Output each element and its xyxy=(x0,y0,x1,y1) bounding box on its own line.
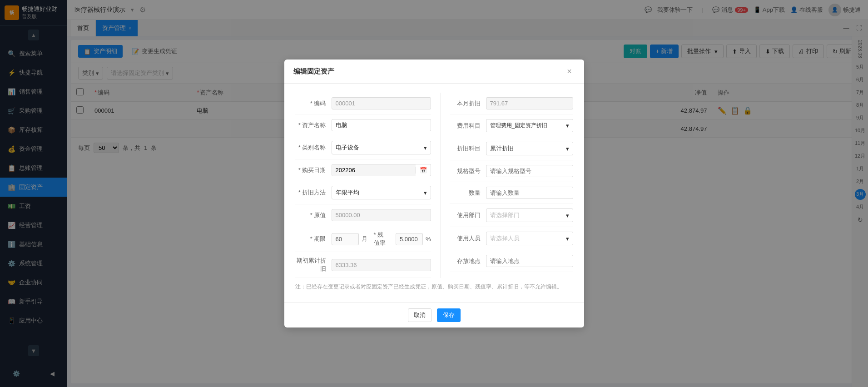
form-left-col: * 编码 * 资产名称 * 类别名称 电子设备 ▾ xyxy=(295,93,441,278)
code-input[interactable] xyxy=(332,97,431,109)
residual-rate-unit: % xyxy=(426,236,431,243)
storage-label: 存放地点 xyxy=(450,257,486,265)
department-select[interactable]: 请选择部门 ▾ xyxy=(486,208,573,222)
expense-account-select[interactable]: 管理费用_固定资产折旧 ▾ xyxy=(486,119,573,132)
purchase-date-input[interactable] xyxy=(332,164,416,176)
modal-overlay: 编辑固定资产 × * 编码 * 资产名称 * 类别名称 xyxy=(0,0,868,387)
expense-account-label: 费用科目 xyxy=(450,122,486,130)
depreciation-method-label: * 折旧方法 xyxy=(295,189,332,197)
category-value: 电子设备 xyxy=(336,144,359,152)
quantity-input[interactable] xyxy=(486,187,573,199)
form-depreciation-method-row: * 折旧方法 年限平均 ▾ xyxy=(295,181,431,204)
expense-account-value: 管理费用_固定资产折旧 xyxy=(490,122,548,129)
form-department-row: 使用部门 请选择部门 ▾ xyxy=(450,204,573,227)
category-label: * 类别名称 xyxy=(295,144,332,152)
original-value-label: * 原值 xyxy=(295,211,332,219)
form-user-row: 使用人员 请选择人员 ▾ xyxy=(450,227,573,250)
form-purchase-date-row: * 购买日期 📅 xyxy=(295,159,431,181)
monthly-depreciation-label: 本月折旧 xyxy=(450,99,486,108)
save-button[interactable]: 保存 xyxy=(437,308,461,322)
notice-text: 注：已经存在变更记录或者对应固定资产已经生成凭证，原值、购买日期、残值率、累计折… xyxy=(295,278,573,293)
form-right-col: 本月折旧 费用科目 管理费用_固定资产折旧 ▾ 折旧科目 累计折旧 xyxy=(441,93,573,278)
form-spec-row: 规格型号 xyxy=(450,160,573,182)
department-placeholder: 请选择部门 xyxy=(490,211,520,219)
code-label: * 编码 xyxy=(295,99,332,108)
modal-header: 编辑固定资产 × xyxy=(284,60,584,84)
form-category-row: * 类别名称 电子设备 ▾ xyxy=(295,136,431,159)
form-grid: * 编码 * 资产名称 * 类别名称 电子设备 ▾ xyxy=(295,93,573,278)
expense-account-icon: ▾ xyxy=(566,122,569,129)
purchase-date-label: * 购买日期 xyxy=(295,166,332,174)
name-label: * 资产名称 xyxy=(295,121,332,129)
modal-title: 编辑固定资产 xyxy=(293,67,334,76)
depreciation-method-select[interactable]: 年限平均 ▾ xyxy=(332,186,431,199)
form-depreciation-account-row: 折旧科目 累计折旧 ▾ xyxy=(450,137,573,160)
storage-input[interactable] xyxy=(486,255,573,267)
user-select-icon: ▾ xyxy=(566,235,569,242)
modal-body: * 编码 * 资产名称 * 类别名称 电子设备 ▾ xyxy=(284,84,584,302)
modal-footer: 取消 保存 xyxy=(284,303,584,327)
depreciation-dropdown-icon: ▾ xyxy=(424,189,427,196)
form-name-row: * 资产名称 xyxy=(295,114,431,136)
residual-rate-label: * 残值率 xyxy=(374,231,389,247)
form-period-row: * 期限 月 * 残值率 % xyxy=(295,226,431,252)
depreciation-account-value: 累计折旧 xyxy=(490,144,514,153)
depreciation-method-value: 年限平均 xyxy=(336,189,359,197)
initial-depreciation-label: 期初累计折旧 xyxy=(295,257,332,273)
department-icon: ▾ xyxy=(566,212,569,219)
user-label: 使用人员 xyxy=(450,234,486,243)
form-monthly-depreciation-row: 本月折旧 xyxy=(450,93,573,114)
form-quantity-row: 数量 xyxy=(450,182,573,204)
form-storage-row: 存放地点 xyxy=(450,250,573,272)
category-select[interactable]: 电子设备 ▾ xyxy=(332,141,431,154)
modal-close-button[interactable]: × xyxy=(564,66,575,77)
user-select[interactable]: 请选择人员 ▾ xyxy=(486,232,573,245)
initial-depreciation-input[interactable] xyxy=(332,259,431,271)
cancel-button[interactable]: 取消 xyxy=(408,308,432,322)
residual-rate-input[interactable] xyxy=(396,233,423,245)
depreciation-account-label: 折旧科目 xyxy=(450,144,486,153)
period-input[interactable] xyxy=(332,233,359,245)
original-value-input[interactable] xyxy=(332,209,431,221)
depreciation-account-icon: ▾ xyxy=(566,145,569,152)
form-expense-account-row: 费用科目 管理费用_固定资产折旧 ▾ xyxy=(450,114,573,137)
quantity-label: 数量 xyxy=(450,189,486,197)
monthly-depreciation-input[interactable] xyxy=(486,97,573,109)
purchase-date-input-group: 📅 xyxy=(332,164,431,176)
name-input[interactable] xyxy=(332,119,431,131)
period-group: 月 * 残值率 % xyxy=(332,231,431,247)
edit-asset-modal: 编辑固定资产 × * 编码 * 资产名称 * 类别名称 xyxy=(284,60,584,327)
depreciation-account-select[interactable]: 累计折旧 ▾ xyxy=(486,142,573,155)
spec-label: 规格型号 xyxy=(450,167,486,175)
category-dropdown-icon: ▾ xyxy=(424,144,427,151)
form-original-value-row: * 原值 xyxy=(295,204,431,226)
spec-input[interactable] xyxy=(486,165,573,177)
user-placeholder: 请选择人员 xyxy=(490,234,520,243)
calendar-icon[interactable]: 📅 xyxy=(416,167,431,174)
form-code-row: * 编码 xyxy=(295,93,431,114)
period-label: * 期限 xyxy=(295,235,332,243)
period-unit: 月 xyxy=(362,235,367,243)
department-label: 使用部门 xyxy=(450,211,486,219)
form-initial-depreciation-row: 期初累计折旧 xyxy=(295,252,431,278)
